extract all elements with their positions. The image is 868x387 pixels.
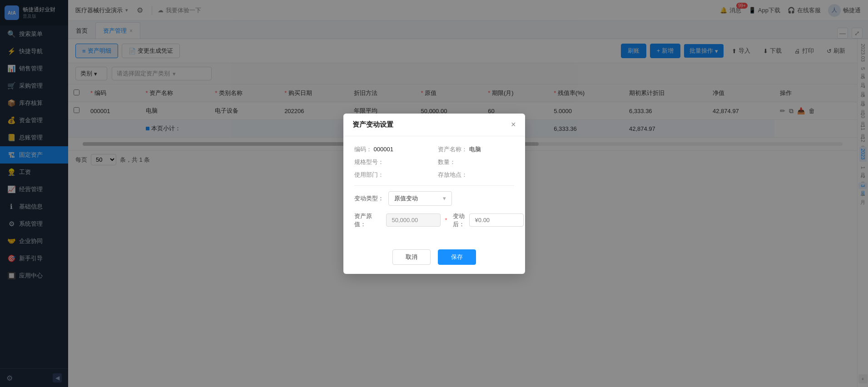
save-button[interactable]: 保存 [438, 249, 476, 265]
after-change-input[interactable] [469, 213, 524, 227]
modal-location-label: 存放地点： [438, 171, 467, 179]
modal-location-item: 存放地点： [438, 171, 514, 179]
asset-change-modal: 资产变动设置 × 编码： 000001 资产名称： 电脑 规格型号： 数量： [343, 114, 525, 274]
modal-quantity-item: 数量： [438, 158, 514, 166]
modal-code-label: 编码： [354, 145, 372, 154]
required-star: * [445, 217, 447, 223]
modal-quantity-label: 数量： [438, 158, 456, 166]
original-value-input [386, 213, 441, 227]
modal-spec-item: 规格型号： [354, 158, 431, 166]
modal-divider [354, 185, 514, 186]
original-value-row: 资产原值： * 变动后： [354, 212, 514, 228]
change-type-label: 变动类型： [354, 194, 384, 203]
modal-spec-label: 规格型号： [354, 158, 384, 166]
modal-asset-name-value: 电脑 [469, 145, 481, 154]
modal-dept-item: 使用部门： [354, 171, 431, 179]
modal-asset-name-item: 资产名称： 电脑 [438, 145, 514, 154]
modal-body: 编码： 000001 资产名称： 电脑 规格型号： 数量： 使用部门： [343, 136, 525, 244]
modal-close-btn[interactable]: × [511, 120, 516, 129]
cancel-button[interactable]: 取消 [392, 249, 431, 265]
after-change-label: 变动后： [453, 212, 465, 228]
modal-dept-label: 使用部门： [354, 171, 384, 179]
modal-code-value: 000001 [374, 146, 393, 153]
change-type-chevron-icon: ▾ [443, 195, 446, 202]
modal-overlay: 资产变动设置 × 编码： 000001 资产名称： 电脑 规格型号： 数量： [0, 0, 868, 387]
modal-info-grid: 编码： 000001 资产名称： 电脑 规格型号： 数量： 使用部门： [354, 145, 514, 179]
change-type-value: 原值变动 [394, 194, 418, 203]
modal-footer: 取消 保存 [343, 244, 525, 274]
modal-asset-name-label: 资产名称： [438, 145, 467, 154]
modal-code-item: 编码： 000001 [354, 145, 431, 154]
original-value-label: 资产原值： [354, 212, 382, 228]
modal-title: 资产变动设置 [352, 120, 393, 129]
change-type-select[interactable]: 原值变动 ▾ [388, 191, 452, 206]
change-type-row: 变动类型： 原值变动 ▾ [354, 191, 514, 206]
modal-header: 资产变动设置 × [343, 114, 525, 136]
